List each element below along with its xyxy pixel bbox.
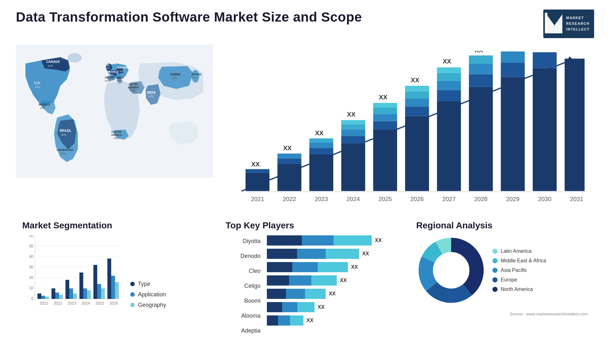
svg-rect-120: [37, 293, 41, 299]
svg-rect-73: [469, 87, 493, 191]
legend-middle-east: Middle East & Africa: [492, 258, 546, 264]
svg-rect-53: [341, 143, 365, 191]
growth-chart-section: XX XX XX XX XX XX XX XX XX XX XX 2021 20…: [219, 44, 594, 211]
svg-text:ITALY: ITALY: [116, 76, 124, 79]
svg-rect-132: [93, 265, 97, 299]
svg-text:xx%: xx%: [60, 152, 66, 155]
svg-rect-48: [277, 153, 301, 158]
svg-text:2030: 2030: [538, 196, 551, 202]
svg-text:CANADA: CANADA: [46, 60, 60, 64]
player-bar-label-6: XX: [307, 318, 313, 323]
player-denodo: Denodo: [226, 250, 261, 262]
svg-text:XX: XX: [411, 77, 419, 84]
svg-rect-52: [309, 138, 333, 143]
svg-rect-66: [405, 91, 429, 99]
player-bar-adeptia: [267, 315, 303, 326]
svg-text:CHINA: CHINA: [170, 73, 180, 76]
legend-north-america: North America: [492, 286, 546, 292]
svg-rect-133: [97, 284, 101, 299]
svg-rect-125: [59, 295, 63, 299]
svg-text:BRAZIL: BRAZIL: [60, 129, 71, 132]
svg-rect-75: [469, 64, 493, 74]
legend-europe: Europe: [492, 277, 546, 283]
svg-rect-63: [405, 116, 429, 191]
svg-text:xx%: xx%: [35, 85, 40, 89]
svg-text:2026: 2026: [410, 196, 424, 202]
svg-text:xx%: xx%: [172, 77, 177, 80]
north-america-label: North America: [501, 286, 533, 292]
player-row-0: XX: [267, 235, 397, 246]
geography-dot: [130, 303, 135, 307]
player-bar-label-2: XX: [351, 264, 358, 270]
svg-text:2024: 2024: [347, 196, 360, 202]
player-bar-label-1: XX: [362, 251, 369, 257]
svg-rect-71: [437, 73, 461, 81]
segmentation-legend: Type Application Geography: [130, 281, 166, 315]
svg-text:INDIA: INDIA: [147, 91, 156, 94]
svg-rect-45: [246, 169, 269, 173]
page-title: Data Transformation Software Market Size…: [16, 10, 362, 25]
svg-text:SOUTH: SOUTH: [111, 130, 121, 133]
svg-text:2023: 2023: [68, 301, 76, 306]
svg-text:MEXICO: MEXICO: [39, 103, 50, 106]
svg-rect-74: [469, 74, 493, 87]
latin-america-dot: [492, 249, 498, 254]
player-cleo: Cleo: [226, 265, 261, 277]
logo-box: MARKET RESEARCH INTELLECT: [543, 10, 594, 38]
svg-rect-81: [533, 52, 557, 68]
svg-text:2029: 2029: [506, 196, 519, 202]
svg-rect-123: [51, 288, 55, 299]
svg-text:MARKET: MARKET: [566, 16, 584, 20]
svg-text:XX: XX: [315, 130, 324, 137]
player-row-3: XX: [267, 275, 397, 286]
segmentation-chart: 60 50 40 30 20 10 0: [22, 235, 207, 315]
map-section: CANADA xx% U.S. xx% MEXICO xx% BRAZIL xx…: [16, 44, 213, 211]
svg-rect-59: [373, 121, 397, 130]
asia-pacific-dot: [492, 268, 498, 273]
svg-text:30: 30: [29, 265, 34, 269]
svg-rect-76: [469, 56, 493, 64]
player-adeptia: Adeptia: [226, 325, 261, 337]
svg-text:xx%: xx%: [48, 64, 53, 67]
svg-rect-135: [107, 259, 111, 299]
svg-rect-127: [69, 288, 73, 299]
svg-text:xx%: xx%: [105, 79, 110, 82]
svg-rect-82: [565, 59, 585, 191]
svg-rect-44: [246, 173, 269, 191]
svg-text:RESEARCH: RESEARCH: [566, 22, 590, 25]
main-grid: CANADA xx% U.S. xx% MEXICO xx% BRAZIL xx…: [0, 41, 610, 364]
player-alooma: Alooma: [226, 310, 261, 322]
svg-text:20: 20: [29, 275, 34, 280]
svg-rect-61: [373, 108, 397, 114]
svg-text:INTELLECT: INTELLECT: [566, 27, 590, 31]
svg-text:ARGENTINA: ARGENTINA: [57, 148, 74, 152]
player-bar-diyotta: [267, 235, 372, 246]
svg-rect-129: [79, 273, 83, 299]
regional-content: Latin America Middle East & Africa Asia …: [416, 235, 588, 305]
svg-rect-62: [373, 103, 397, 108]
svg-text:xx%: xx%: [148, 95, 153, 98]
svg-text:2031: 2031: [570, 196, 583, 202]
europe-dot: [492, 277, 498, 282]
svg-rect-77: [501, 77, 525, 191]
regional-section: Regional Analysis: [410, 217, 594, 354]
key-players-title: Top Key Players: [226, 220, 397, 231]
svg-text:2021: 2021: [40, 301, 48, 306]
player-bar-denodo: [267, 249, 359, 259]
europe-label: Europe: [501, 277, 517, 283]
legend-geography: Geography: [130, 302, 166, 308]
legend-asia-pacific: Asia Pacific: [492, 267, 546, 273]
player-row-6: XX: [267, 315, 397, 326]
svg-text:SAUDI: SAUDI: [129, 83, 138, 86]
svg-text:2027: 2027: [442, 196, 456, 202]
svg-text:FRANCE: FRANCE: [107, 70, 119, 73]
svg-rect-69: [437, 90, 461, 101]
legend-latin-america: Latin America: [492, 248, 546, 254]
svg-rect-60: [373, 114, 397, 121]
svg-rect-54: [341, 136, 365, 143]
svg-text:U.K.: U.K.: [104, 64, 110, 67]
type-dot: [130, 282, 135, 286]
player-boomi: Boomi: [226, 295, 261, 307]
svg-text:50: 50: [29, 244, 34, 248]
svg-point-7: [68, 53, 82, 63]
